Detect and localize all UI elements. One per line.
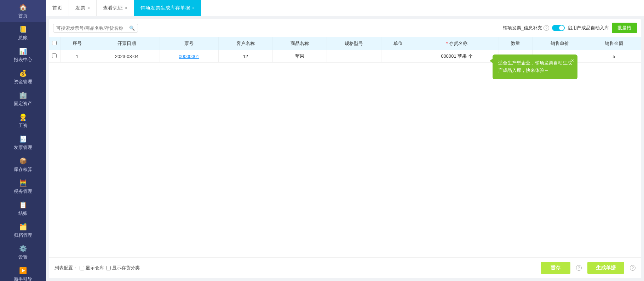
inventory-icon: 📦 <box>19 157 27 165</box>
show-warehouse-text: 显示仓库 <box>86 265 104 271</box>
save-help-icon[interactable]: ? <box>576 265 582 271</box>
sidebar: 🏠 首页 📒 总账 📊 报表中心 💰 资金管理 🏢 固定资产 👷 工资 🧾 发票… <box>0 0 46 281</box>
search-input[interactable] <box>56 25 128 31</box>
tab-voucher[interactable]: 查看凭证 × <box>97 0 134 16</box>
search-box[interactable]: 🔍 <box>53 24 138 33</box>
show-category-checkbox[interactable] <box>106 266 111 270</box>
show-warehouse-label[interactable]: 显示仓库 <box>80 265 104 271</box>
row-number: 00000001 <box>160 50 218 63</box>
info-label: 销项发票_信息补充 ? <box>503 25 549 31</box>
tab-credit-invoice-stock[interactable]: 销项发票生成库存单据 × <box>134 0 201 16</box>
sidebar-item-label: 结账 <box>18 210 28 217</box>
generate-button[interactable]: 生成单据 <box>587 262 624 274</box>
sidebar-item-label: 发票管理 <box>14 144 32 151</box>
tooltip-close-button[interactable]: × <box>571 57 574 64</box>
sidebar-item-home[interactable]: 🏠 首页 <box>0 0 46 22</box>
save-button[interactable]: 暂存 <box>541 262 570 274</box>
th-inventory: * 存货名称 <box>415 37 499 50</box>
th-seq: 序号 <box>60 37 94 50</box>
tax-icon: 🧮 <box>19 179 27 187</box>
th-customer: 客户名称 <box>218 37 272 50</box>
select-all-checkbox[interactable] <box>52 41 57 45</box>
row-checkbox-cell <box>49 50 60 63</box>
reports-icon: 📊 <box>19 47 27 55</box>
row-date: 2023-03-04 <box>94 50 160 63</box>
list-config: 列表配置： 显示仓库 显示存货分类 <box>54 265 140 271</box>
sidebar-item-label: 库存核算 <box>14 166 32 173</box>
sidebar-item-label: 总账 <box>18 35 28 41</box>
sidebar-item-invoice-mgmt[interactable]: 🧾 发票管理 <box>0 132 46 154</box>
row-seq: 1 <box>60 50 94 63</box>
th-unit-price: 销售单价 <box>533 37 587 50</box>
tooltip-box: × 适合生产型企业，销项发票自动生成产成品入库，快来体验～ <box>493 55 577 79</box>
toggle-label: 启用产成品自动入库 <box>568 25 609 31</box>
auto-stock-toggle[interactable] <box>552 25 565 31</box>
settings-icon: ⚙️ <box>19 245 27 253</box>
sidebar-item-label: 报表中心 <box>14 57 32 63</box>
config-label: 列表配置： <box>54 265 77 271</box>
th-qty: 数量 <box>499 37 533 50</box>
invoice-number-link[interactable]: 00000001 <box>179 54 199 59</box>
info-label-text: 销项发票_信息补充 <box>503 25 542 31</box>
tab-home[interactable]: 首页 <box>46 0 69 16</box>
content-area: 🔍 销项发票_信息补充 ? 启用产成品自动入库 批量错 序号 <box>49 19 641 278</box>
tab-bar: 首页 发票 × 查看凭证 × 销项发票生成库存单据 × <box>46 0 644 16</box>
hr-icon: 👷 <box>19 113 27 121</box>
home-icon: 🏠 <box>19 4 27 11</box>
bottom-bar: 列表配置： 显示仓库 显示存货分类 暂存 ? 生成单据 ? <box>49 257 641 278</box>
sidebar-item-label: 税务管理 <box>14 188 32 195</box>
sidebar-item-guide[interactable]: ▶️ 新手引导 <box>0 263 46 281</box>
th-number: 票号 <box>160 37 218 50</box>
tab-voucher-label: 查看凭证 <box>103 5 123 11</box>
archive-icon: 🗂️ <box>19 223 27 231</box>
guide-icon: ▶️ <box>19 267 27 275</box>
search-icon: 🔍 <box>129 25 135 31</box>
row-customer: 12 <box>218 50 272 63</box>
info-help-icon[interactable]: ? <box>544 25 549 31</box>
show-category-label[interactable]: 显示存货分类 <box>106 265 140 271</box>
sidebar-item-inventory[interactable]: 📦 库存核算 <box>0 154 46 176</box>
assets-icon: 🏢 <box>19 91 27 99</box>
sidebar-item-reports[interactable]: 📊 报表中心 <box>0 44 46 66</box>
sidebar-item-tax[interactable]: 🧮 税务管理 <box>0 176 46 197</box>
row-inventory: 000001 苹果 个 <box>415 50 499 63</box>
th-checkbox <box>49 37 60 50</box>
sidebar-item-assets[interactable]: 🏢 固定资产 <box>0 88 46 110</box>
sidebar-item-label: 工资 <box>18 122 28 129</box>
show-warehouse-checkbox[interactable] <box>80 266 84 270</box>
tab-invoice-label: 发票 <box>75 5 85 11</box>
row-amount: 5 <box>587 50 641 63</box>
th-unit: 单位 <box>381 37 415 50</box>
row-spec <box>327 50 381 63</box>
tab-home-label: 首页 <box>52 5 62 11</box>
sidebar-item-ledger[interactable]: 📒 总账 <box>0 22 46 44</box>
show-category-text: 显示存货分类 <box>112 265 140 271</box>
tab-voucher-close-icon[interactable]: × <box>125 6 127 11</box>
tab-credit-invoice-stock-label: 销项发票生成库存单据 <box>140 5 190 11</box>
main-panel: 首页 发票 × 查看凭证 × 销项发票生成库存单据 × 🔍 销项发票_信息补充 … <box>46 0 644 281</box>
table-header-row: 序号 开票日期 票号 客户名称 商品名称 规格型号 单位 * 存货名称 数量 销… <box>49 37 641 50</box>
funds-icon: 💰 <box>19 69 27 77</box>
sidebar-item-hr[interactable]: 👷 工资 <box>0 110 46 132</box>
toolbar: 🔍 销项发票_信息补充 ? 启用产成品自动入库 批量错 <box>49 19 641 37</box>
tab-invoice[interactable]: 发票 × <box>69 0 97 16</box>
sidebar-item-label: 新手引导 <box>14 276 32 281</box>
row-unit <box>381 50 415 63</box>
sidebar-item-settlement[interactable]: 📋 结账 <box>0 197 46 219</box>
tab-credit-invoice-stock-close-icon[interactable]: × <box>192 6 195 11</box>
sidebar-item-label: 首页 <box>18 13 28 19</box>
sidebar-item-label: 固定资产 <box>14 101 32 107</box>
invoice-mgmt-icon: 🧾 <box>19 135 27 143</box>
batch-button[interactable]: 批量错 <box>612 23 637 33</box>
sidebar-item-archive[interactable]: 🗂️ 归档管理 <box>0 219 46 241</box>
th-product: 商品名称 <box>273 37 327 50</box>
th-spec: 规格型号 <box>327 37 381 50</box>
tab-invoice-close-icon[interactable]: × <box>87 6 90 11</box>
ledger-icon: 📒 <box>19 25 27 33</box>
th-amount: 销售金额 <box>587 37 641 50</box>
sidebar-item-funds[interactable]: 💰 资金管理 <box>0 66 46 88</box>
generate-help-icon[interactable]: ? <box>630 265 636 271</box>
sidebar-item-settings[interactable]: ⚙️ 设置 <box>0 241 46 263</box>
row-checkbox[interactable] <box>52 53 57 58</box>
tooltip-text: 适合生产型企业，销项发票自动生成产成品入库，快来体验～ <box>498 60 572 73</box>
